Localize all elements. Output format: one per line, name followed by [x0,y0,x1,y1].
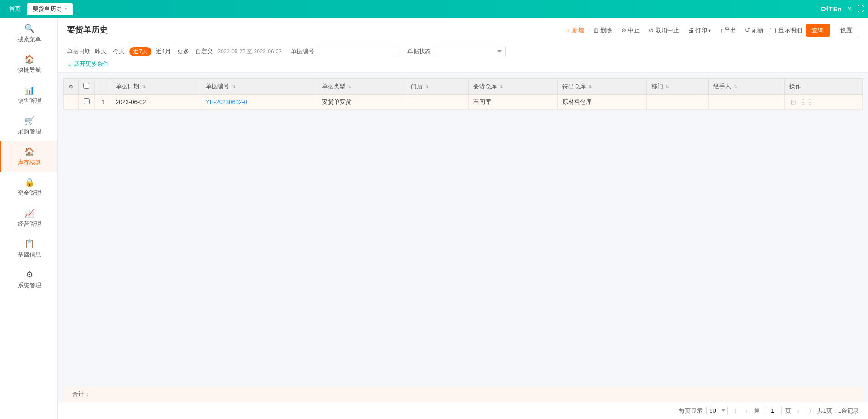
page-size-select[interactable]: 50 10 20 100 [706,406,728,415]
row-more-icon[interactable]: ⋮⋮ [799,98,814,105]
order-no-input[interactable] [317,46,398,57]
sidebar-item-basics[interactable]: 📋 基础信息 [0,233,57,264]
display-detail-label: 显示明细 [778,26,802,34]
td-checkbox[interactable] [79,95,95,110]
top-bar-right: OfTEn × ⛶ [821,5,864,13]
refresh-button[interactable]: ↺ 刷新 [742,24,766,36]
last-page-btn[interactable]: ⟩ [806,406,814,415]
th-handler[interactable]: 经手人 ⇅ [709,79,784,95]
basics-icon: 📋 [24,239,34,249]
td-pending-warehouse: 原材料仓库 [557,95,646,110]
inventory-icon: 🏠 [24,147,34,157]
prev-page-btn[interactable]: ‹ [743,406,750,415]
th-date-sort-icon: ⇅ [142,84,146,89]
th-department[interactable]: 部门 ⇅ [646,79,709,95]
tab-order-history[interactable]: 要货单历史 × [27,3,73,15]
sidebar-item-operations-label: 经营管理 [18,220,41,228]
finance-icon: 🔒 [24,177,34,187]
status-label: 单据状态 [407,48,431,56]
display-detail-toggle[interactable]: 显示明细 [770,26,802,34]
toolbar: + 新增 🗑 删除 ⊘ 中止 ⊘ 取消中止 🖨 打印 ▾ [565,24,859,41]
th-store[interactable]: 门店 ⇅ [406,79,468,95]
status-select[interactable] [434,46,506,57]
sidebar-item-quick-nav[interactable]: 🏠 快捷导航 [0,49,57,80]
date-quick-btns: 昨天 今天 近7天 近1月 更多 自定义 [93,47,215,56]
date-btn-1month[interactable]: 近1月 [154,47,173,56]
settings-button[interactable]: 设置 [834,24,859,37]
td-order-no: YH-20230602-0 [201,95,317,110]
first-page-btn[interactable]: ⟨ [731,406,739,415]
order-no-label: 单据编号 [291,48,314,56]
select-all-checkbox[interactable] [83,83,89,89]
date-btn-7days[interactable]: 近7天 [129,47,151,56]
delete-button[interactable]: 🗑 删除 [590,24,615,36]
next-page-btn[interactable]: › [795,406,802,415]
print-button[interactable]: 🖨 打印 ▾ [685,24,714,36]
footer-total-label: 合计： [72,390,90,398]
table-row: 1 2023-06-02 YH-20230602-0 要货单要货 车间库 原材料… [64,95,863,110]
display-detail-checkbox[interactable] [770,28,776,33]
th-pending-warehouse-sort-icon: ⇅ [588,84,592,89]
th-type-label: 单据类型 [322,83,345,90]
date-btn-today[interactable]: 今天 [111,47,127,56]
search-menu-icon: 🔍 [24,24,34,33]
date-btn-more[interactable]: 更多 [175,47,191,56]
th-department-sort-icon: ⇅ [665,84,669,89]
sidebar-item-finance[interactable]: 🔒 资金管理 [0,172,57,203]
page-header: 要货单历史 + 新增 🗑 删除 ⊘ 中止 ⊘ 取消中止 🖨 [58,18,868,41]
new-button-label: + 新增 [567,26,584,34]
window-close-icon[interactable]: × [848,5,852,13]
purchase-icon: 🛒 [24,116,34,126]
row-view-icon[interactable]: ⊞ [789,98,797,105]
td-type: 要货单要货 [317,95,406,110]
pagination-bar: 每页显示 50 10 20 100 ⟨ ‹ 第 页 › ⟩ 共1页，1条记录 [58,402,868,419]
sidebar-item-system[interactable]: ⚙ 系统管理 [0,264,57,295]
th-type[interactable]: 单据类型 ⇅ [317,79,406,95]
stop-button[interactable]: ⊘ 中止 [618,24,642,36]
th-handler-label: 经手人 [713,83,731,90]
brand-label: OfTEn [821,5,842,13]
td-action: ⊞ ⋮⋮ [784,95,862,110]
td-date: 2023-06-02 [111,95,201,110]
cancel-stop-button-label: ⊘ 取消中止 [649,26,679,34]
date-btn-custom[interactable]: 自定义 [193,47,215,56]
new-button[interactable]: + 新增 [565,24,587,36]
print-dropdown-icon[interactable]: ▾ [708,28,711,33]
table-header-row: ⚙ 单据日期 ⇅ 单据编号 ⇅ [64,79,863,95]
date-range-display: 2023-05-27 至 2023-06-02 [217,48,281,56]
tab-close-icon[interactable]: × [65,6,67,12]
export-button[interactable]: ↑ 导出 [717,24,739,36]
th-req-warehouse[interactable]: 要货仓库 ⇅ [468,79,557,95]
row-checkbox[interactable] [84,98,90,104]
sidebar-item-sales[interactable]: 📊 销售管理 [0,80,57,110]
th-order-no[interactable]: 单据编号 ⇅ [201,79,317,95]
sidebar-item-search-menu-label: 搜索菜单 [18,35,41,43]
table-body: 1 2023-06-02 YH-20230602-0 要货单要货 车间库 原材料… [64,95,863,110]
page-number-input[interactable] [764,406,782,415]
th-settings[interactable]: ⚙ [64,79,79,95]
page-title: 要货单历史 [67,24,108,35]
date-btn-yesterday[interactable]: 昨天 [93,47,108,56]
cancel-stop-button[interactable]: ⊘ 取消中止 [646,24,682,36]
order-no-link[interactable]: YH-20230602-0 [206,99,247,105]
sidebar-item-sales-label: 销售管理 [18,97,41,105]
tab-home[interactable]: 首页 [4,3,26,15]
export-button-label: ↑ 导出 [720,26,736,34]
sidebar-item-search-menu[interactable]: 🔍 搜索菜单 [0,18,57,49]
th-pending-warehouse-label: 待出仓库 [562,83,586,90]
window-fullscreen-icon[interactable]: ⛶ [857,5,864,13]
table-area: ⚙ 单据日期 ⇅ 单据编号 ⇅ [58,73,868,386]
tab-order-history-label: 要货单历史 [33,5,62,13]
th-pending-warehouse[interactable]: 待出仓库 ⇅ [557,79,646,95]
sidebar-item-purchase[interactable]: 🛒 采购管理 [0,110,57,141]
th-date[interactable]: 单据日期 ⇅ [111,79,201,95]
th-order-no-sort-icon: ⇅ [232,84,236,89]
th-type-sort-icon: ⇅ [348,84,351,89]
sidebar-item-operations[interactable]: 📈 经营管理 [0,203,57,233]
expand-filter-button[interactable]: ⌄ 展开更多条件 [67,60,859,68]
page-unit-label: 页 [785,407,791,415]
sidebar-item-inventory[interactable]: 🏠 库存核算 [0,141,57,172]
top-bar: 首页 要货单历史 × OfTEn × ⛶ [0,0,868,18]
query-button[interactable]: 查询 [806,24,830,37]
td-settings [64,95,79,110]
